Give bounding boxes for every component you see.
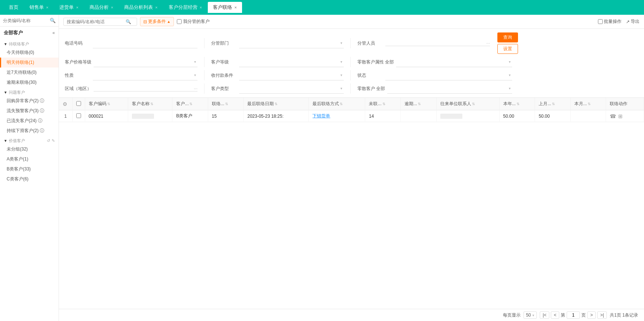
more-filter-button[interactable]: ⊟ 更多条件 ▲ [140, 17, 174, 26]
filter-manager-label: 分管人员 [357, 40, 383, 46]
table-footer: 每页显示 50 ▾ |< < 第 页 > >| 共1页 1条记录 [59, 309, 644, 321]
filter-manager-input[interactable]: ··· [385, 41, 490, 46]
row-checkbox[interactable] [76, 113, 81, 118]
sidebar-item-class-c[interactable]: C类客户(6) [0, 174, 59, 184]
sidebar-item-today-contact[interactable]: 今天待联络(0) [0, 48, 59, 58]
nav-product-analysis[interactable]: 商品分析 × [84, 2, 118, 13]
batch-op-button[interactable]: 批量操作 [598, 18, 622, 25]
prev-page-button[interactable]: < [551, 311, 559, 319]
sidebar-all-customers[interactable]: 全部客户 « [0, 27, 59, 39]
filter-region-input[interactable]: ··· [94, 86, 197, 92]
sidebar-item-7days-contact[interactable]: 近7天待联络(0) [0, 68, 59, 77]
filter-customer-type-select[interactable]: ▾ [239, 83, 344, 94]
close-sales-order-icon[interactable]: × [46, 5, 48, 10]
close-customer-contact-icon[interactable]: × [234, 5, 237, 10]
filter-customer-type-label: 客户类型 [211, 86, 237, 92]
sort-icon11: ⇅ [552, 102, 555, 106]
filter-nature-select[interactable]: ▾ [93, 70, 197, 80]
sidebar-item-tomorrow-contact[interactable]: 明天待联络(1) [0, 58, 59, 68]
settings-button[interactable]: 设置 [497, 44, 518, 54]
toolbar-right: 批量操作 ↗ 导出 [598, 18, 640, 25]
per-page-label: 每页显示 [503, 312, 521, 318]
close-purchase-order-icon[interactable]: × [76, 5, 78, 10]
edit-icon[interactable]: ✎ [52, 138, 55, 143]
arrow-down-icon3: ▼ [4, 139, 7, 143]
main-search-input[interactable] [67, 19, 126, 24]
sidebar-item-class-a[interactable]: A类客户(1) [0, 154, 59, 164]
cell-unit-contact [436, 110, 499, 122]
filter-payment-terms-label: 收付款条件 [211, 72, 237, 79]
filter-nature-label: 性质 [65, 72, 91, 79]
sidebar-item-overdue-contact[interactable]: 逾期未联络(30) [0, 77, 59, 87]
phone-action-icon[interactable]: ☎ [610, 113, 616, 119]
filter-dept: 分管部门 ▾ [211, 38, 344, 48]
sort-icon10: ⇅ [517, 102, 519, 106]
cell-type: B类客户 [172, 110, 208, 122]
my-customers-checkbox[interactable] [177, 19, 182, 24]
page-size-select[interactable]: 50 ▾ [524, 311, 537, 319]
sort-icon12: ⇅ [588, 102, 591, 106]
filter-row-4: 区域（地区） ··· 客户类型 ▾ 零散客户 全部 [65, 83, 638, 94]
col-customer-code: 客户编码⇅ [85, 98, 128, 110]
main-search-icon[interactable]: 🔍 [126, 19, 131, 24]
sidebar-item-churn-warning[interactable]: 流失预警客户(3) ⓘ [0, 106, 59, 116]
sidebar-search-input[interactable] [3, 18, 50, 23]
select-all-checkbox[interactable] [76, 101, 81, 106]
filter-price-level-label: 客户价格等级 [65, 59, 91, 65]
nav-home[interactable]: 首页 [4, 2, 24, 13]
first-page-button[interactable]: |< [540, 311, 549, 319]
col-customer-name: 客户名称⇅ [128, 98, 172, 110]
grid-action-icon[interactable]: ⊞ [618, 113, 623, 119]
export-button[interactable]: ↗ 导出 [626, 18, 640, 25]
filter-row-3: 性质 ▾ 收付款条件 ▾ 状态 [65, 70, 638, 80]
page-suffix: 页 [581, 312, 586, 318]
close-product-analysis-list-icon[interactable]: × [155, 5, 157, 10]
toolbar: 🔍 ⊟ 更多条件 ▲ 我分管的客户 批量操作 ↗ 导出 [59, 15, 644, 29]
filter-payment-terms-select[interactable]: ▾ [239, 70, 344, 80]
nav-product-analysis-list[interactable]: 商品分析列表 × [119, 2, 162, 13]
sidebar-item-class-b[interactable]: B类客户(33) [0, 164, 59, 174]
sidebar-item-declining[interactable]: 持续下滑客户(2) ⓘ [0, 126, 59, 136]
next-page-button[interactable]: > [587, 311, 596, 319]
col-customer-type: 客户...⇅ [172, 98, 208, 110]
nav-sales-order[interactable]: 销售单 × [24, 2, 53, 13]
last-page-button[interactable]: >| [597, 311, 607, 319]
batch-op-checkbox[interactable] [598, 19, 603, 24]
filter-status-select[interactable]: ▾ [385, 70, 512, 80]
filter-dept-select[interactable]: ▾ [239, 38, 344, 48]
refresh-icon[interactable]: ↺ [47, 138, 50, 143]
filter-manager: 分管人员 ··· [357, 40, 490, 46]
arrow-down-icon: ▼ [4, 42, 7, 46]
close-customer-stratification-icon[interactable]: × [200, 5, 202, 10]
sidebar-search-icon[interactable]: 🔍 [50, 18, 56, 23]
table-settings-icon[interactable]: ⚙ [63, 101, 67, 107]
cell-this-year: 50.00 [499, 110, 535, 122]
sort-icon8: ⇅ [418, 102, 421, 106]
action-icons-wrap: ☎ ⊞ [610, 113, 640, 119]
nav-customer-contact[interactable]: 客户联络 × [208, 2, 242, 13]
nav-purchase-order[interactable]: 进货单 × [54, 2, 83, 13]
sidebar-item-ungrouped[interactable]: 未分组(32) [0, 144, 59, 154]
sidebar-item-repurchase-abnormal[interactable]: 回购异常客户(2) ⓘ [0, 96, 59, 106]
filter-retail-customer-select[interactable]: ▾ [387, 83, 512, 94]
query-button[interactable]: 查询 [497, 32, 518, 42]
nav-customer-stratification[interactable]: 客户分层经营 × [164, 2, 207, 13]
sort-icon4: ⇅ [225, 102, 228, 106]
filter-customer-level-select[interactable]: ▾ [239, 57, 344, 67]
col-this-year: 本年...⇅ [499, 98, 535, 110]
last-contact-link[interactable]: 下销货单 [312, 113, 330, 118]
table-row: 1 000021 B类客户 15 2023-05-23 18:25: 下销货单 [59, 110, 644, 122]
filter-price-level-select[interactable]: ▾ [94, 57, 197, 67]
sidebar-item-churned[interactable]: 已流失客户(24) ⓘ [0, 116, 59, 126]
chevron-up-icon: ▲ [167, 20, 171, 24]
chevron-down-icon3: ▾ [340, 60, 342, 64]
filter-retail-attr-select[interactable]: ▾ [396, 57, 512, 67]
my-customers-checkbox-wrap[interactable]: 我分管的客户 [177, 18, 210, 25]
filter-row-2: 客户价格等级 ▾ 客户等级 ▾ 零散客户属性 全部 [65, 57, 638, 67]
filter-retail-attr-label: 零散客户属性 全部 [357, 59, 394, 65]
col-contacts: 联络...⇅ [208, 98, 244, 110]
sort-icon9: ⇅ [472, 102, 475, 106]
page-input[interactable] [567, 311, 580, 319]
filter-phone-input[interactable] [93, 38, 197, 48]
close-product-analysis-icon[interactable]: × [111, 5, 113, 10]
